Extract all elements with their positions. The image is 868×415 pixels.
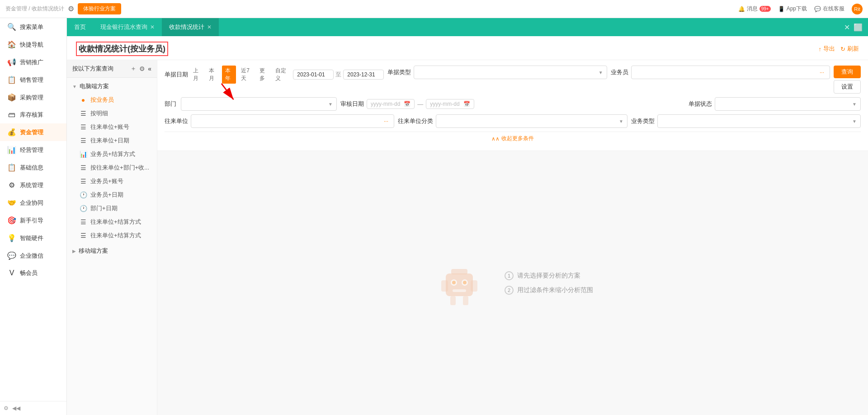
export-button[interactable]: ↑ 导出: [819, 45, 835, 53]
scheme-item-unit-settle2[interactable]: ☰ 往来单位+结算方式: [67, 229, 157, 242]
svg-rect-3: [450, 296, 456, 305]
salesperson-select[interactable]: ···: [631, 66, 830, 79]
audit-date-from-input[interactable]: yyyy-mm-dd 📅: [367, 99, 415, 109]
date-btn-7days[interactable]: 近7天: [238, 66, 254, 84]
counterpart-category-filter: 往来单位分类 ▼: [398, 114, 627, 128]
sidebar-label-finance: 资金管理: [20, 128, 43, 137]
tab-bank-flow[interactable]: 现金银行流水查询 ✕: [93, 18, 162, 36]
salesperson-more-icon[interactable]: ···: [820, 69, 824, 75]
sidebar-collapse-btn[interactable]: ◀◀: [12, 405, 20, 411]
scheme-item-salesperson-settle[interactable]: 📊 业务员+结算方式: [67, 147, 157, 161]
scheme-group-desktop-title[interactable]: ▼ 电脑端方案: [67, 80, 157, 93]
settings-icon[interactable]: ⚙: [68, 5, 74, 13]
scheme-item-by-salesperson[interactable]: ● 按业务员: [67, 93, 157, 107]
sidebar-label-quick-nav: 快捷导航: [20, 41, 43, 49]
sidebar-item-quick-nav[interactable]: 🏠 快捷导航: [0, 36, 66, 53]
counterpart-select[interactable]: ···: [191, 114, 394, 128]
sidebar-item-hardware[interactable]: 💡 智能硬件: [0, 229, 66, 247]
placeholder-step-2: 2 用过滤条件来缩小分析范围: [505, 286, 593, 295]
calendar-from-icon[interactable]: 📅: [404, 101, 410, 107]
scheme-item-unit-date[interactable]: ☰ 往来单位+日期: [67, 134, 157, 147]
collapse-filter-button[interactable]: ∧∧ 收起更多条件: [165, 132, 861, 145]
sidebar-item-marketing[interactable]: 📢 营销推广: [0, 53, 66, 71]
date-btn-custom[interactable]: 自定义: [272, 66, 290, 84]
doc-status-select[interactable]: ▼: [715, 97, 861, 111]
scheme-item-label-salesperson-settle: 业务员+结算方式: [90, 150, 135, 158]
date-btn-this-month[interactable]: 本月: [206, 66, 220, 84]
sidebar-settings-btn[interactable]: ⚙: [4, 405, 9, 411]
sidebar-item-search[interactable]: 🔍 搜索菜单: [0, 18, 66, 36]
scheme-body: ▼ 电脑端方案 ● 按业务员 ☰ 按明细 ☰ 往: [67, 78, 157, 415]
scheme-item-salesperson-date[interactable]: 🕐 业务员+日期: [67, 188, 157, 202]
scheme-item-unit-dept-collect[interactable]: ☰ 按往来单位+部门+收...: [67, 161, 157, 174]
trial-button[interactable]: 体验行业方案: [78, 3, 121, 14]
tab-home[interactable]: 首页: [67, 18, 93, 36]
date-btn-last-month[interactable]: 上月: [190, 66, 204, 84]
tab-bar-right-actions: ✕ ⬜: [844, 23, 868, 32]
sidebar-item-operations[interactable]: 📊 经营管理: [0, 141, 66, 159]
svg-point-7: [452, 281, 456, 284]
tab-collection-stats-close[interactable]: ✕: [207, 24, 212, 30]
dept-select[interactable]: ▼: [181, 97, 337, 111]
sidebar-nav: 🔍 搜索菜单 🏠 快捷导航 📢 营销推广 📋 销售管理 📦 采购管理 🗃 库存核…: [0, 18, 66, 401]
scheme-item-unit-settle1[interactable]: ☰ 往来单位+结算方式: [67, 215, 157, 229]
sidebar-item-guide[interactable]: 🎯 新手引导: [0, 212, 66, 229]
tab-collection-stats[interactable]: 收款情况统计 ✕: [162, 18, 219, 36]
calendar-to-icon[interactable]: 📅: [463, 101, 470, 107]
notification-button[interactable]: 🔔 消息 99+: [738, 5, 771, 13]
placeholder-illustration: [432, 255, 486, 311]
sidebar-item-enterprise[interactable]: 🤝 企业协同: [0, 194, 66, 212]
placeholder-steps: 1 请先选择要分析的方案 2 用过滤条件来缩小分析范围: [505, 271, 593, 295]
doc-type-select[interactable]: ▼: [414, 66, 607, 79]
scheme-item-dept-date[interactable]: 🕐 部门+日期: [67, 202, 157, 215]
date-btn-this-year[interactable]: 本年: [222, 66, 236, 84]
scheme-item-by-detail[interactable]: ☰ 按明细: [67, 107, 157, 120]
sidebar-label-marketing: 营销推广: [20, 58, 43, 66]
scheme-group-desktop: ▼ 电脑端方案 ● 按业务员 ☰ 按明细 ☰ 往: [67, 80, 157, 242]
placeholder-step-1: 1 请先选择要分析的方案: [505, 271, 593, 280]
business-type-select[interactable]: ▼: [657, 114, 861, 128]
dept-filter: 部门 ▼: [165, 97, 337, 111]
salesperson-filter: 业务员 ···: [611, 66, 830, 79]
sidebar-item-wechat[interactable]: 💬 企业微信: [0, 247, 66, 264]
scheme-header: 按以下方案查询 ＋ ⚙ «: [67, 60, 157, 78]
svg-point-8: [463, 281, 467, 284]
tab-maximize-btn[interactable]: ⬜: [854, 23, 863, 32]
counterpart-more-icon[interactable]: ···: [384, 118, 388, 124]
scheme-collapse-btn[interactable]: «: [148, 65, 151, 72]
app-download-button[interactable]: 📱 App下载: [778, 5, 807, 13]
scheme-item-salesperson-account[interactable]: ☰ 业务员+账号: [67, 174, 157, 188]
sidebar-item-inventory[interactable]: 🗃 库存核算: [0, 106, 66, 123]
tab-close-all-btn[interactable]: ✕: [844, 23, 850, 32]
counterpart-category-select[interactable]: ▼: [436, 114, 627, 128]
scheme-item-label-salesperson-account: 业务员+账号: [90, 177, 123, 185]
online-service-button[interactable]: 💬 在线客服: [814, 5, 844, 13]
query-button[interactable]: 查询: [834, 66, 861, 78]
refresh-button[interactable]: ↻ 刷新: [840, 45, 859, 53]
tab-bank-flow-close[interactable]: ✕: [150, 24, 155, 30]
audit-date-dash: —: [417, 101, 423, 108]
scheme-settings-btn[interactable]: ⚙: [139, 65, 145, 72]
dept-label: 部门: [165, 100, 178, 108]
date-btn-more[interactable]: 更多: [256, 66, 270, 84]
user-avatar[interactable]: Rit: [852, 4, 863, 14]
date-label: 单据日期: [165, 71, 187, 79]
sidebar-item-basic[interactable]: 📋 基础信息: [0, 159, 66, 176]
bt-arrow-icon: ▼: [852, 119, 857, 124]
sidebar-item-finance[interactable]: 💰 资金管理: [0, 123, 66, 141]
sidebar-label-wechat: 企业微信: [20, 252, 43, 260]
sidebar-item-purchase[interactable]: 📦 采购管理: [0, 89, 66, 106]
sidebar-item-sales[interactable]: 📋 销售管理: [0, 71, 66, 89]
date-from-input[interactable]: 2023-01-01: [293, 70, 334, 80]
scheme-add-btn[interactable]: ＋: [130, 65, 137, 73]
audit-date-to-input[interactable]: yyyy-mm-dd 📅: [426, 99, 474, 109]
desktop-arrow-icon: ▼: [72, 84, 77, 89]
filter-settings-button[interactable]: 设置: [834, 80, 861, 94]
mobile-group-label: 移动端方案: [79, 247, 108, 255]
doc-type-label: 单据类型: [387, 68, 411, 76]
sidebar-item-system[interactable]: ⚙ 系统管理: [0, 176, 66, 194]
scheme-group-mobile-title[interactable]: ▶ 移动端方案: [67, 244, 157, 258]
scheme-item-unit-account[interactable]: ☰ 往来单位+账号: [67, 120, 157, 134]
sidebar-item-member[interactable]: V 畅会员: [0, 264, 66, 282]
date-to-input[interactable]: 2023-12-31: [343, 70, 384, 80]
